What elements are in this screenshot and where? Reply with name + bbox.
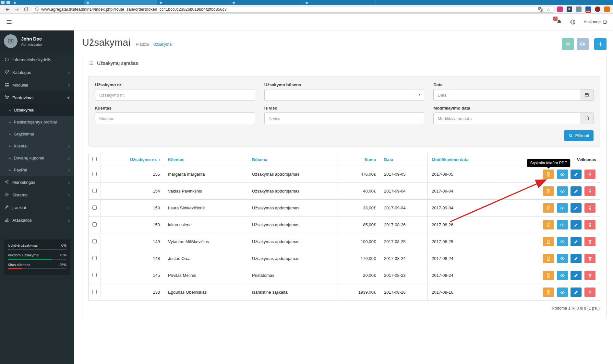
edit-order-button[interactable] [571, 237, 582, 246]
order-status-select[interactable] [264, 89, 425, 101]
sidebar-item-system[interactable]: Sistema › [0, 189, 74, 201]
row-checkbox[interactable] [92, 239, 97, 243]
extension-icon[interactable] [557, 6, 563, 12]
sidebar-item-returns[interactable]: » Grąžinimai [0, 128, 74, 140]
edit-order-button[interactable] [571, 254, 582, 263]
print-shipping-list-button[interactable] [577, 38, 589, 50]
progress-bar [8, 268, 66, 269]
breadcrumb-current-link[interactable]: Užsakymai [153, 42, 172, 47]
edit-order-button[interactable] [571, 220, 582, 229]
browser-tab-active[interactable] [84, 0, 157, 5]
sidebar-item-marketing[interactable]: Marketingas › [0, 176, 74, 189]
delete-order-button[interactable] [584, 186, 595, 196]
sidebar-item-gift-vouchers[interactable]: » Dovanų kuponai › [0, 152, 74, 164]
edit-order-button[interactable] [571, 170, 582, 179]
delete-order-button[interactable] [584, 288, 595, 297]
invoice-pdf-button[interactable] [543, 186, 554, 196]
sort-customer-link[interactable]: Klientas [168, 157, 185, 162]
row-checkbox[interactable] [92, 290, 97, 294]
sidebar-item-customers[interactable]: » Klientai › [0, 140, 74, 152]
breadcrumb-home-link[interactable]: Pradžia [136, 42, 149, 47]
notifications-button[interactable]: 0 [556, 19, 562, 25]
delete-order-button[interactable] [584, 203, 595, 213]
logout-button[interactable]: Atsijungti [583, 19, 608, 24]
sidebar-item-reports[interactable]: Ataskaitos › [0, 214, 74, 227]
sidebar-item-recurring-profiles[interactable]: » Pasikartojantys profiliai [0, 116, 74, 128]
edit-order-button[interactable] [571, 186, 582, 196]
invoice-pdf-button[interactable] [543, 271, 554, 280]
row-checkbox[interactable] [92, 189, 97, 193]
order-nr-input[interactable] [95, 89, 255, 101]
sidebar-item-catalog[interactable]: Katalogas › [0, 66, 74, 79]
delete-order-button[interactable] [584, 220, 595, 229]
invoice-pdf-button[interactable] [543, 254, 554, 263]
extension-icon[interactable] [604, 6, 610, 12]
back-icon[interactable] [5, 7, 10, 12]
add-order-button[interactable] [594, 38, 607, 50]
delete-order-button[interactable] [584, 254, 595, 263]
invoice-pdf-button[interactable] [543, 288, 554, 297]
translate-icon[interactable] [538, 7, 543, 12]
view-order-button[interactable] [557, 220, 568, 229]
reload-icon[interactable] [23, 7, 29, 12]
select-all-checkbox[interactable] [92, 157, 97, 161]
user-role: Administrator [21, 42, 42, 46]
invoice-pdf-button[interactable] [543, 220, 554, 229]
row-checkbox[interactable] [92, 222, 97, 227]
sidebar-item-paypal[interactable]: » PayPal › [0, 164, 74, 176]
browser-tab[interactable] [303, 0, 376, 5]
forward-icon[interactable] [14, 7, 19, 12]
view-order-button[interactable] [557, 237, 568, 246]
sidebar-item-orders[interactable]: » Užsakymai [0, 104, 74, 116]
invoice-pdf-button[interactable] [543, 203, 554, 213]
edit-order-button[interactable] [571, 288, 582, 297]
row-checkbox[interactable] [92, 273, 97, 277]
page-info-icon[interactable] [35, 7, 39, 11]
invoice-pdf-button[interactable]: Sąskaita faktūra PDF [543, 170, 554, 179]
storefront-globe-icon[interactable] [570, 19, 576, 25]
edit-order-button[interactable] [571, 203, 582, 213]
browser-tab[interactable] [157, 0, 230, 5]
sidebar-item-tools[interactable]: Įrankiai › [0, 201, 74, 214]
delete-order-button[interactable] [584, 271, 595, 280]
date-picker-button[interactable] [580, 89, 594, 101]
sidebar-toggle-icon[interactable] [6, 19, 12, 25]
sort-status-link[interactable]: Būsena [252, 157, 267, 162]
date-input[interactable] [433, 89, 580, 101]
browser-tab[interactable] [230, 0, 303, 5]
total-input[interactable] [264, 112, 425, 124]
row-checkbox[interactable] [92, 205, 97, 210]
row-checkbox[interactable] [92, 256, 97, 260]
sidebar-item-modules[interactable]: Moduliai › [0, 79, 74, 91]
delete-order-button[interactable] [584, 170, 595, 179]
view-order-button[interactable] [557, 170, 568, 179]
pencil-icon [574, 240, 578, 244]
row-checkbox[interactable] [92, 172, 97, 176]
extension-icon[interactable] [576, 6, 582, 12]
customer-input[interactable] [95, 112, 255, 124]
sort-modified-link[interactable]: Modifikavimo data [432, 157, 468, 162]
date-picker-button[interactable] [580, 112, 594, 124]
filter-button[interactable]: Filtruoti [564, 130, 594, 141]
view-order-button[interactable] [557, 271, 568, 280]
view-order-button[interactable] [557, 288, 568, 297]
extension-icon[interactable] [595, 6, 600, 12]
sidebar-item-dashboard[interactable]: Informacinis skydelis [0, 53, 74, 66]
extension-icon-new[interactable]: New [585, 6, 591, 12]
date-modified-input[interactable] [433, 112, 580, 124]
view-order-button[interactable] [557, 254, 568, 263]
sort-total-link[interactable]: Suma [365, 157, 376, 162]
extension-icon-ip[interactable]: IP [567, 6, 572, 12]
invoice-pdf-button[interactable] [543, 237, 554, 246]
delete-order-button[interactable] [584, 237, 595, 246]
sort-order-nr-link[interactable]: Užsakymo nr. [130, 157, 157, 162]
sort-date-link[interactable]: Data [384, 157, 393, 162]
url-bar[interactable]: www.agregatai.lt/siteadmin14/index.php?r… [32, 6, 553, 13]
bookmark-star-icon[interactable]: ☆ [546, 7, 550, 12]
browser-tab[interactable] [11, 0, 84, 5]
view-order-button[interactable] [557, 186, 568, 196]
edit-order-button[interactable] [571, 271, 582, 280]
sidebar-item-sales[interactable]: Pardavimai ▾ [0, 91, 74, 104]
print-invoice-button[interactable] [562, 38, 574, 50]
view-order-button[interactable] [557, 203, 568, 213]
